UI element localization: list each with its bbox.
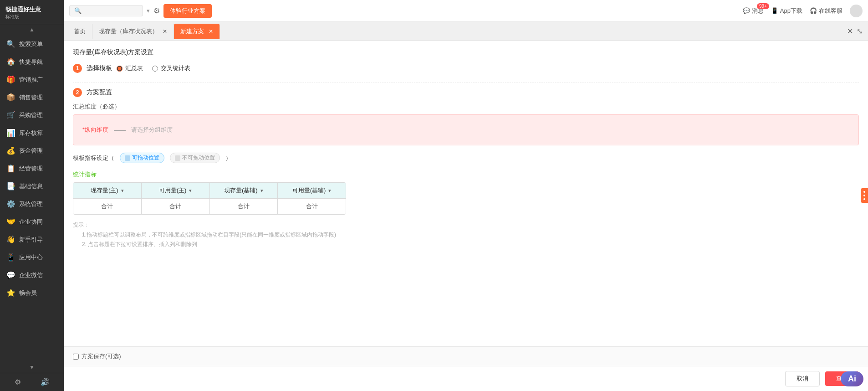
- ai-badge[interactable]: Ai: [841, 371, 863, 386]
- sidebar-item-sales[interactable]: 📦 销售管理: [0, 88, 64, 106]
- sidebar-item-system[interactable]: ⚙️ 系统管理: [0, 195, 64, 213]
- money-icon: 💰: [6, 146, 15, 155]
- home-icon: 🏠: [6, 57, 15, 66]
- sidebar-scroll-down[interactable]: ▼: [0, 362, 64, 373]
- tab-home-label: 首页: [74, 27, 86, 36]
- sidebar-item-label: 畅会员: [19, 289, 37, 297]
- app-download-button[interactable]: 📱 App下载: [771, 7, 802, 15]
- sidebar-scroll-up[interactable]: ▲: [0, 24, 64, 35]
- col3-chevron-icon[interactable]: ▾: [260, 188, 263, 194]
- sidebar-nav: 🔍 搜索菜单 🏠 快捷导航 🎁 营销推广 📦 销售管理 🛒 采购管理 📊 库存核…: [0, 35, 64, 362]
- sidebar-item-label: 库存核算: [19, 129, 43, 137]
- cancel-button[interactable]: 取消: [785, 371, 820, 386]
- search-box[interactable]: 🔍: [69, 5, 143, 16]
- chevron-down-icon[interactable]: ▾: [147, 7, 150, 14]
- fixed-badge: 不可拖动位置: [170, 153, 220, 163]
- step2-title: 方案配置: [87, 88, 112, 97]
- close-tab-inventory-icon[interactable]: ✕: [163, 28, 167, 35]
- tab-new-scheme[interactable]: 新建方案 ✕: [174, 24, 220, 39]
- cell2: 合计: [142, 199, 210, 214]
- wave-icon: 👋: [6, 235, 15, 244]
- sidebar-item-basic[interactable]: 📑 基础信息: [0, 177, 64, 195]
- stats-table: 现存量(主) ▾ 可用量(主) ▾ 现存量(基辅) ▾ 可用量(基辅) ▾: [73, 182, 346, 215]
- stats-header: 现存量(主) ▾ 可用量(主) ▾ 现存量(基辅) ▾ 可用量(基辅) ▾: [73, 183, 346, 198]
- sidebar-item-label: 企业微信: [19, 271, 43, 279]
- col2-chevron-icon[interactable]: ▾: [189, 188, 192, 194]
- draggable-badge: 可拖动位置: [120, 153, 164, 163]
- stats-col-1[interactable]: 现存量(主) ▾: [73, 183, 142, 198]
- maximize-icon[interactable]: ⤡: [857, 27, 863, 36]
- step1-header: 1 选择模板 汇总表 交叉统计表: [73, 64, 859, 73]
- sidebar-item-marketing[interactable]: 🎁 营销推广: [0, 71, 64, 88]
- message-button[interactable]: 💬 消息 99+: [743, 7, 764, 15]
- speaker-button[interactable]: 🔊: [41, 378, 50, 386]
- sidebar-item-search[interactable]: 🔍 搜索菜单: [0, 35, 64, 53]
- tab-inventory-status[interactable]: 现存量（库存状况表） ✕: [92, 24, 174, 39]
- col4-label: 可用量(基辅): [292, 186, 326, 195]
- dimension-placeholder[interactable]: 请选择分组维度: [131, 126, 173, 134]
- divider1: [73, 82, 859, 82]
- sidebar-item-operations[interactable]: 📋 经营管理: [0, 159, 64, 177]
- app-download-label: App下载: [780, 7, 802, 15]
- col1-chevron-icon[interactable]: ▾: [121, 188, 124, 194]
- stats-col-3[interactable]: 现存量(基辅) ▾: [210, 183, 278, 198]
- close-window-icon[interactable]: ✕: [847, 27, 853, 36]
- radio-cross-input[interactable]: [152, 66, 158, 72]
- draggable-label: 可拖动位置: [132, 154, 159, 162]
- doc-icon: 📑: [6, 182, 15, 190]
- save-scheme-label[interactable]: 方案保存(可选): [73, 352, 121, 360]
- topbar-right: 💬 消息 99+ 📱 App下载 🎧 在线客服: [743, 5, 863, 17]
- right-edge-panel: [861, 188, 868, 203]
- summary-dim-label: 汇总维度（必选）: [73, 103, 859, 111]
- main-area: 🔍 ▾ ⚙ 体验行业方案 💬 消息 99+ 📱 App下载 🎧 在线客服: [64, 0, 868, 391]
- topbar-gear-icon[interactable]: ⚙: [153, 6, 160, 15]
- sidebar-item-label: 销售管理: [19, 93, 43, 102]
- tab-new-scheme-label: 新建方案: [180, 27, 204, 36]
- tips-area: 提示： 1.拖动标题栏可以调整布局，不可跨维度或指标区域拖动栏目字段(只能在同一…: [73, 220, 859, 250]
- close-tab-new-scheme-icon[interactable]: ✕: [209, 28, 213, 35]
- sidebar-item-inventory[interactable]: 📊 库存核算: [0, 124, 64, 142]
- sidebar-item-appcenter[interactable]: 📱 应用中心: [0, 248, 64, 266]
- sidebar-item-finance[interactable]: 💰 资金管理: [0, 142, 64, 159]
- sidebar: 畅捷通好生意 标准版 ▲ 🔍 搜索菜单 🏠 快捷导航 🎁 营销推广 📦 销售管理…: [0, 0, 64, 391]
- settings-button[interactable]: ⚙: [15, 378, 21, 386]
- sidebar-item-enterprise[interactable]: 🤝 企业协同: [0, 213, 64, 231]
- sidebar-item-label: 应用中心: [19, 253, 43, 262]
- trial-button[interactable]: 体验行业方案: [163, 4, 212, 18]
- online-service-button[interactable]: 🎧 在线客服: [810, 7, 842, 15]
- radio-summary[interactable]: 汇总表: [117, 64, 143, 72]
- clipboard-icon: 📋: [6, 164, 15, 173]
- radio-summary-input[interactable]: [117, 66, 123, 72]
- tab-inventory-label: 现存量（库存状况表）: [99, 27, 158, 36]
- radio-summary-label: 汇总表: [125, 64, 143, 72]
- sidebar-item-purchase[interactable]: 🛒 采购管理: [0, 106, 64, 124]
- message-icon: 💬: [743, 7, 750, 14]
- sidebar-item-shortcut[interactable]: 🏠 快捷导航: [0, 53, 64, 71]
- tab-expand-area: ✕ ⤡: [847, 27, 868, 36]
- stats-label: 统计指标: [73, 170, 859, 179]
- stats-col-4[interactable]: 可用量(基辅) ▾: [278, 183, 346, 198]
- sidebar-item-wechat[interactable]: 💬 企业微信: [0, 266, 64, 284]
- edge-dot: [863, 198, 865, 200]
- app-version: 标准版: [5, 14, 58, 20]
- sidebar-item-member[interactable]: ⭐ 畅会员: [0, 284, 64, 302]
- col4-chevron-icon[interactable]: ▾: [328, 188, 331, 194]
- col3-label: 现存量(基辅): [224, 186, 258, 195]
- radio-cross[interactable]: 交叉统计表: [152, 64, 190, 72]
- search-input[interactable]: [83, 8, 138, 14]
- template-radio-group: 汇总表 交叉统计表: [117, 64, 190, 72]
- message-badge: 99+: [757, 3, 769, 9]
- dimension-box: *纵向维度 —— 请选择分组维度: [73, 114, 859, 145]
- stats-col-2[interactable]: 可用量(主) ▾: [142, 183, 210, 198]
- indicator-label: 模板指标设定（: [73, 154, 114, 162]
- save-scheme-checkbox[interactable]: [73, 354, 79, 360]
- sidebar-item-newcomer[interactable]: 👋 新手引导: [0, 231, 64, 248]
- step2-section: 2 方案配置 汇总维度（必选） *纵向维度 —— 请选择分组维度 模板指标设定（…: [73, 88, 859, 250]
- sidebar-item-label: 基础信息: [19, 182, 43, 190]
- cart-icon: 🛒: [6, 111, 15, 119]
- phone-icon: 📱: [771, 7, 778, 14]
- sidebar-item-label: 经营管理: [19, 165, 43, 173]
- mobile-icon: 📱: [6, 253, 15, 262]
- tab-home[interactable]: 首页: [67, 24, 92, 39]
- user-menu[interactable]: [850, 5, 863, 17]
